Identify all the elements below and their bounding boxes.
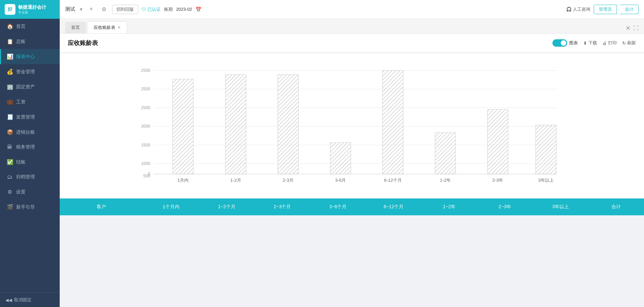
svg-text:2500: 2500 xyxy=(141,68,150,73)
sidebar-item-assets[interactable]: 🏢 固定资产 xyxy=(0,79,60,94)
payroll-icon: 💼 xyxy=(7,99,13,105)
topbar: 测试 ▼ + ⚙ 切到旧版 🛡 已认证 账期 2023-02 📅 🎧 人工咨询 … xyxy=(60,0,644,19)
sidebar-item-invoice[interactable]: 🧾 发票管理 xyxy=(0,109,60,125)
sidebar-item-label: 归档管理 xyxy=(16,174,35,180)
sidebar-item-label: 报表中心 xyxy=(16,54,35,60)
page-actions: 图表 ⬇ 下载 🖨 打印 ↻ 刷新 xyxy=(552,39,636,47)
sidebar-item-settings[interactable]: ⚙ 设置 xyxy=(0,184,60,200)
sidebar-item-archive[interactable]: 🗂 归档管理 xyxy=(0,170,60,184)
archive-icon: 🗂 xyxy=(7,174,13,180)
svg-text:2500: 2500 xyxy=(141,105,150,110)
table-area: 客户 1个月内 1~2个月 2~3个月 3~6个月 6~12个月 1~2年 2~… xyxy=(60,199,644,215)
th-1-2m: 1~2个月 xyxy=(199,204,255,210)
th-6-12m: 6~12个月 xyxy=(366,204,421,210)
tab-ar-aging-label: 应收账龄表 xyxy=(94,25,115,31)
pin-icon: ◀◀ xyxy=(5,298,12,303)
bar-6-12月 xyxy=(383,71,404,174)
company-name: 测试 xyxy=(65,6,75,12)
maximize-icon[interactable]: ⛶ xyxy=(633,25,639,31)
sidebar-menu: 🏠 首页 📋 总账 📊 报表中心 💰 资金管理 🏢 固定资产 💼 工资 🧾 发票… xyxy=(0,19,60,293)
chart-toggle-wrap: 图表 xyxy=(552,39,578,47)
chart-svg: 2500 2500 2500 2000 1500 1000 500 0 xyxy=(66,60,634,184)
bar-3-6月 xyxy=(330,143,351,174)
sidebar-item-funds[interactable]: 💰 资金管理 xyxy=(0,64,60,79)
close-window-icon[interactable]: ✕ xyxy=(626,25,631,32)
calendar-icon[interactable]: 📅 xyxy=(196,7,201,12)
svg-text:3年以上: 3年以上 xyxy=(538,178,554,183)
cancel-fixed-button[interactable]: ◀◀ 取消固定 xyxy=(0,293,60,307)
bar-2-3年 xyxy=(487,109,508,174)
inventory-icon: 📦 xyxy=(7,129,13,135)
tab-ar-aging[interactable]: 应收账龄表 ✕ xyxy=(87,21,127,33)
switch-version-button[interactable]: 切到旧版 xyxy=(112,5,138,14)
sidebar-item-label: 工资 xyxy=(16,99,25,105)
sidebar-item-label: 首页 xyxy=(16,24,25,30)
sidebar-item-tax[interactable]: 🏛 税务管理 xyxy=(0,140,60,155)
assets-icon: 🏢 xyxy=(7,84,13,90)
tab-home-label: 首页 xyxy=(71,25,80,31)
th-1m: 1个月内 xyxy=(143,204,199,210)
page-header: 应收账龄表 图表 ⬇ 下载 🖨 打印 ↻ 刷新 xyxy=(60,34,644,53)
svg-text:6-12个月: 6-12个月 xyxy=(384,178,402,183)
sidebar-item-close[interactable]: ✅ 结账 xyxy=(0,155,60,170)
funds-icon: 💰 xyxy=(7,69,13,75)
service-label: 人工咨询 xyxy=(573,6,590,12)
download-button[interactable]: ⬇ 下载 xyxy=(583,40,597,46)
period-value: 2023-02 xyxy=(176,7,192,12)
sidebar-item-payroll[interactable]: 💼 工资 xyxy=(0,94,60,109)
chart-toggle[interactable] xyxy=(552,39,567,47)
sidebar-item-guide[interactable]: 🎬 新手引导 xyxy=(0,200,60,215)
sidebar-item-reports[interactable]: 📊 报表中心 xyxy=(0,49,60,64)
svg-text:1500: 1500 xyxy=(141,143,150,147)
home-icon: 🏠 xyxy=(7,23,13,30)
certified-icon: 🛡 xyxy=(142,7,146,12)
main-area: 测试 ▼ + ⚙ 切到旧版 🛡 已认证 账期 2023-02 📅 🎧 人工咨询 … xyxy=(60,0,644,307)
print-icon: 🖨 xyxy=(602,41,607,46)
sidebar-item-inventory[interactable]: 📦 进销台账 xyxy=(0,125,60,140)
tab-home[interactable]: 首页 xyxy=(65,22,86,33)
svg-text:2-3年: 2-3年 xyxy=(492,178,503,183)
certified-label: 已认证 xyxy=(148,6,161,12)
refresh-button[interactable]: ↻ 刷新 xyxy=(622,40,636,46)
tax-icon: 🏛 xyxy=(7,144,13,150)
sidebar-item-label: 资金管理 xyxy=(16,69,35,75)
bar-1-2年 xyxy=(435,133,456,174)
tab-close-icon[interactable]: ✕ xyxy=(117,25,121,30)
svg-text:1-2月: 1-2月 xyxy=(230,178,241,183)
print-button[interactable]: 🖨 打印 xyxy=(602,40,617,46)
app-name-block: 畅捷通好会计 专业版 xyxy=(18,4,46,15)
sidebar-item-label: 结账 xyxy=(16,159,25,165)
sidebar-item-label: 进销台账 xyxy=(16,129,35,135)
sidebar-item-ledger[interactable]: 📋 总账 xyxy=(0,34,60,49)
role-button[interactable]: 会计 xyxy=(620,5,639,14)
company-dropdown-icon[interactable]: ▼ xyxy=(79,7,83,12)
refresh-icon: ↻ xyxy=(622,41,626,46)
period-label: 账期 xyxy=(164,6,173,12)
close-period-icon: ✅ xyxy=(7,159,13,165)
reports-icon: 📊 xyxy=(7,53,13,60)
sidebar-item-label: 总账 xyxy=(16,39,25,45)
toggle-label: 图表 xyxy=(569,40,578,46)
th-customer: 客户 xyxy=(60,204,143,210)
svg-text:0: 0 xyxy=(148,172,150,176)
table-header: 客户 1个月内 1~2个月 2~3个月 3~6个月 6~12个月 1~2年 2~… xyxy=(60,199,644,215)
settings-button[interactable]: ⚙ xyxy=(99,5,109,14)
svg-text:3-6月: 3-6月 xyxy=(335,178,346,183)
svg-text:2-3月: 2-3月 xyxy=(283,178,293,183)
app-name: 畅捷通好会计 xyxy=(18,4,46,10)
th-2-3y: 2~3年 xyxy=(477,204,533,210)
svg-text:1000: 1000 xyxy=(141,161,150,166)
tabbar: 首页 应收账龄表 ✕ ✕ ⛶ xyxy=(60,19,644,34)
user-button[interactable]: 管理员 xyxy=(594,5,617,14)
bar-chart: 2500 2500 2500 2000 1500 1000 500 0 xyxy=(66,60,634,184)
bar-3年以上 xyxy=(536,125,556,174)
sidebar-item-home[interactable]: 🏠 首页 xyxy=(0,19,60,34)
sidebar-logo: 好 畅捷通好会计 专业版 xyxy=(0,0,60,19)
add-company-button[interactable]: + xyxy=(87,5,96,14)
sidebar-item-label: 税务管理 xyxy=(16,144,35,150)
service-button[interactable]: 🎧 人工咨询 xyxy=(566,6,590,12)
bar-1月内 xyxy=(173,79,194,174)
app-logo-icon: 好 xyxy=(5,4,15,15)
guide-icon: 🎬 xyxy=(7,204,13,210)
th-3y-plus: 3年以上 xyxy=(533,204,588,210)
